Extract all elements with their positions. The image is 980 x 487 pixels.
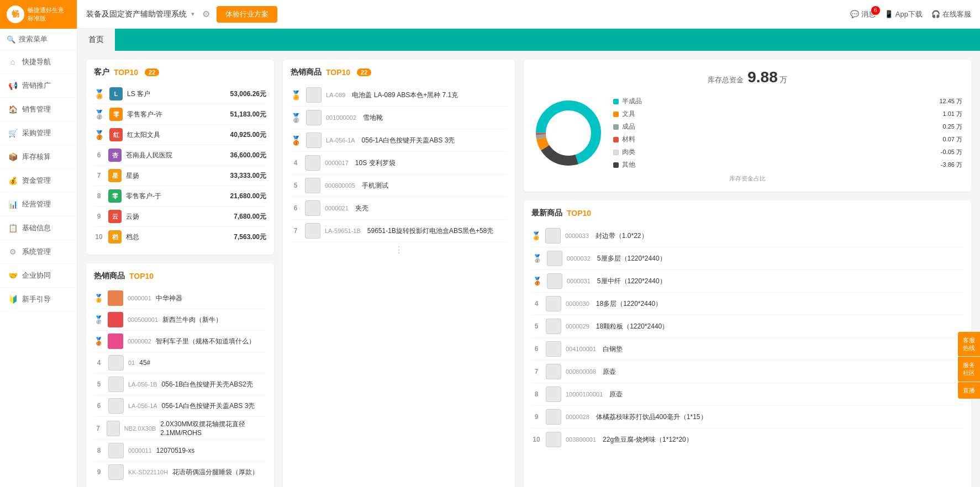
topbar-right: 💬 消息 6 📱 App下载 🎧 在线客服 (850, 9, 971, 19)
trial-button[interactable]: 体验行业方案 (217, 6, 277, 23)
float-btn-hotline[interactable]: 客服 热线 (958, 332, 980, 357)
table-row: 🥈 零 零售客户-许 51,183.00元 (94, 104, 266, 125)
table-row: 10 档 档总 7,563.00元 (94, 227, 266, 247)
table-row: 8 零 零售客户-于 21,680.00元 (94, 186, 266, 207)
topbar: 装备及固定资产辅助管理系统 ▼ ⚙ 体验行业方案 💬 消息 6 📱 App下载 … (77, 0, 980, 29)
legend-item: 半成品 12.45 万 (613, 95, 962, 108)
product-thumbnail (305, 223, 320, 239)
product-thumbnail (108, 377, 124, 392)
legend-item: 材料 0.07 万 (613, 133, 962, 146)
medal-icon: 🥉 (291, 135, 302, 146)
app-download[interactable]: 📱 App下载 (884, 9, 923, 19)
logo-icon: 畅 (7, 6, 24, 23)
medal-icon: 🏅 (94, 294, 103, 303)
hot-products-right-card: 热销商品 TOP10 22 🏅 LA-089 电池盖 LA-089 ABS本色+… (283, 60, 515, 487)
medal-icon: 🥉 (94, 337, 103, 346)
product-thumbnail (108, 398, 124, 414)
list-item: 8 0000011 12070519-xs (94, 440, 266, 462)
list-item: 5 LA-056-1B 056-1B白色按键开关壳ABS2壳 (94, 374, 266, 395)
product-thumbnail (546, 341, 561, 357)
hot-products-right-title: 热销商品 TOP10 22 (291, 67, 507, 77)
customer-badge: 22 (145, 68, 159, 76)
sidebar-item-system[interactable]: ⚙ 系统管理 (0, 240, 77, 264)
table-row: 🥉 LA-056-1A 056-1A白色按键开关盖ABS 3壳 (291, 129, 507, 152)
product-thumbnail (108, 464, 124, 480)
left-column: 客户 TOP10 22 🏅 L LS 客户 53,006.26元 🥈 零 零售客… (86, 60, 274, 487)
legend-dot (613, 162, 619, 168)
system-name: 装备及固定资产辅助管理系统 ▼ (86, 9, 196, 19)
avatar: 档 (108, 230, 122, 244)
list-item: 🏅 0000001 中华神器 (94, 288, 266, 309)
avatar: L (109, 87, 123, 100)
chevron-down-icon[interactable]: ▼ (190, 11, 196, 17)
hot-products-card: 热销商品 TOP10 🏅 0000001 中华神器 🥈 000500001 新 (86, 263, 274, 487)
table-row: 🥈 0000032 5厘多层（1220*2440） (531, 247, 963, 270)
sidebar-item-operation[interactable]: 📊 经营管理 (0, 193, 77, 216)
logo-text: 畅捷通好生意 标准版 (28, 6, 64, 23)
legend-item: 文具 1.01 万 (613, 108, 962, 120)
float-buttons: 客服 热线 服务 社区 直播 (958, 332, 980, 399)
table-row: 🥉 0000031 5厘中纤（1220*2440） (531, 270, 963, 293)
float-btn-community[interactable]: 服务 社区 (958, 357, 980, 382)
medal-icon: 🏅 (291, 90, 302, 100)
list-item: 9 KK-SD22110H 花语萌偶温分腿睡袋（厚款） (94, 462, 266, 483)
sidebar-item-cooperation[interactable]: 🤝 企业协同 (0, 264, 77, 288)
finance-icon: 💰 (8, 176, 18, 186)
table-row: 4 0000030 18多层（1220*2440） (531, 293, 963, 315)
tab-home[interactable]: 首页 (77, 29, 115, 51)
product-thumbnail (546, 296, 561, 311)
avatar: 红 (109, 128, 123, 141)
customer-top10-title: 客户 TOP10 22 (94, 67, 266, 77)
legend-dot (613, 150, 619, 155)
chart-legend: 半成品 12.45 万 文具 1.01 万 成品 0.25 万 (613, 95, 962, 171)
sidebar-item-shortcut[interactable]: ⌂ 快捷导航 (0, 50, 77, 74)
donut-chart (533, 97, 604, 169)
product-thumbnail (547, 251, 562, 266)
sidebar-item-finance[interactable]: 💰 资金管理 (0, 169, 77, 193)
sidebar-item-basic[interactable]: 📋 基础信息 (0, 216, 77, 240)
sidebar-item-sales[interactable]: 🏠 销售管理 (0, 98, 77, 121)
product-thumbnail (108, 443, 124, 458)
medal-icon: 🏅 (94, 89, 105, 99)
inventory-footnote: 库存资金占比 (533, 174, 962, 183)
avatar: 杏 (108, 149, 122, 162)
sidebar-item-marketing[interactable]: 📢 营销推广 (0, 74, 77, 98)
list-item: 🥈 000500001 新西兰牛肉（新牛） (94, 309, 266, 331)
table-row: 🥉 红 红太阳文具 40,925.00元 (94, 125, 266, 145)
customer-list: 🏅 L LS 客户 53,006.26元 🥈 零 零售客户-许 51,183.0… (94, 84, 266, 247)
message-badge[interactable]: 💬 消息 6 (850, 9, 876, 19)
medal-icon: 🥈 (531, 254, 542, 263)
avatar: 云 (108, 210, 122, 223)
table-row: 5 0000029 18颗粒板（1220*2440） (531, 315, 963, 338)
table-row: 6 004100001 白钢垫 (531, 338, 963, 361)
sidebar-search[interactable]: 🔍 搜索菜单 (0, 29, 77, 50)
basic-icon: 📋 (8, 223, 18, 233)
product-thumbnail (306, 110, 322, 125)
hot-products-list: 🏅 0000001 中华神器 🥈 000500001 新西兰牛肉（新牛） 🥉 (94, 288, 266, 483)
table-row: 🥈 001000002 雪地靴 (291, 107, 507, 129)
legend-dot (613, 112, 619, 117)
sidebar-item-inventory[interactable]: 📦 库存核算 (0, 145, 77, 169)
main-area: 装备及固定资产辅助管理系统 ▼ ⚙ 体验行业方案 💬 消息 6 📱 App下载 … (77, 0, 980, 487)
operation-icon: 📊 (8, 199, 18, 209)
inventory-icon: 📦 (8, 152, 18, 162)
gear-icon[interactable]: ⚙ (202, 9, 210, 19)
search-icon: 🔍 (7, 35, 15, 44)
newest-products-card: 最新商品 TOP10 🏅 0000033 封边带（1.0*22） 🥈 00000… (524, 200, 971, 487)
float-btn-live[interactable]: 直播 (958, 382, 980, 399)
donut-chart-area: 半成品 12.45 万 文具 1.01 万 成品 0.25 万 (533, 95, 962, 171)
sidebar-item-guide[interactable]: 🔰 新手引导 (0, 288, 77, 311)
table-row: 6 0000021 夹壳 (291, 197, 507, 220)
list-item: 6 LA-056-1A 056-1A白色按键开关盖ABS 3壳 (94, 395, 266, 417)
inventory-total: 库存总资金 9.88 万 (533, 68, 962, 86)
hot-products-badge: 22 (357, 68, 371, 76)
sidebar-item-purchase[interactable]: 🛒 采购管理 (0, 121, 77, 145)
table-row: 6 杏 苍南县人民医院 36,600.00元 (94, 145, 266, 166)
newest-products-title: 最新商品 TOP10 (531, 208, 963, 218)
mid-column: 热销商品 TOP10 22 🏅 LA-089 电池盖 LA-089 ABS本色+… (283, 60, 515, 487)
online-service[interactable]: 🎧 在线客服 (931, 9, 971, 19)
product-thumbnail (546, 409, 561, 425)
product-thumbnail (108, 355, 124, 370)
table-row: 10 003800001 22g鱼豆腐-烧烤味（1*12*20） (531, 428, 963, 451)
product-thumbnail (305, 200, 320, 216)
